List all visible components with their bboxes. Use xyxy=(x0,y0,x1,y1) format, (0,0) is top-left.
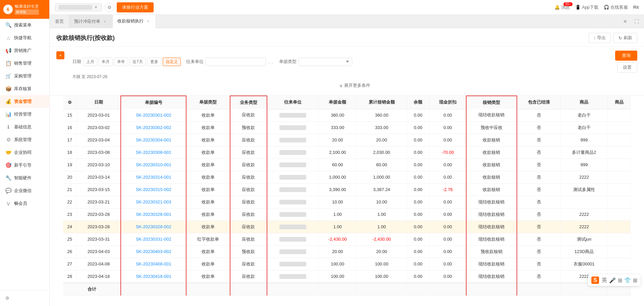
cell-settled: 否 xyxy=(517,109,560,121)
totals-label: 合计 xyxy=(63,283,121,296)
voucher-type-select[interactable] xyxy=(299,58,352,66)
date-this-month-btn[interactable]: 本月 xyxy=(99,58,113,66)
sn-link[interactable]: SK-20230308-001 xyxy=(136,150,171,155)
sidebar-logo: 6 畅康道好生意 标准版 xyxy=(0,0,49,19)
sidebar-item-label: 企业协同 xyxy=(14,149,32,156)
notify-btn[interactable]: 🔔 消息 99+ xyxy=(554,4,570,10)
megaphone-icon: 📢 xyxy=(5,48,11,54)
cell-discount: 0.00 xyxy=(429,245,466,258)
app-download-btn[interactable]: 📱 App下载 xyxy=(575,4,598,10)
cell-discount: 0.00 xyxy=(429,270,466,283)
cell-type: 收款单 xyxy=(186,134,230,146)
sidebar-item-sales[interactable]: 📋 销售管理 xyxy=(0,57,49,70)
tab-maximize-btn[interactable]: ⛶ xyxy=(632,17,641,26)
col-gear[interactable]: ⚙ xyxy=(63,96,76,109)
sidebar-item-purchase[interactable]: 🛒 采购管理 xyxy=(0,70,49,82)
sidebar-item-finance[interactable]: 💰 资金管理 xyxy=(0,95,49,108)
sidebar-item-search[interactable]: 🔍 搜索菜单 xyxy=(0,19,49,32)
filter-settings-btn[interactable]: 设置 xyxy=(617,62,637,73)
cell-sn: SK-20230310-001 xyxy=(121,159,186,171)
workspace-selector[interactable]: ▼ xyxy=(55,3,102,11)
cell-amount: 1.00 xyxy=(319,208,357,221)
cell-company xyxy=(267,134,319,146)
sn-link[interactable]: SK-20230310-001 xyxy=(136,162,171,167)
solution-btn[interactable]: 体验行业方案 xyxy=(117,2,154,12)
online-service-btn[interactable]: 🎧 在线客服 xyxy=(604,4,628,10)
company-input[interactable] xyxy=(206,58,266,66)
col-type-header: 单据类型 xyxy=(186,96,230,109)
totals-discount xyxy=(429,283,466,296)
tab-prepay-close[interactable]: × xyxy=(102,19,108,24)
filter-collapse-btn[interactable]: » xyxy=(56,51,64,59)
cell-amount: 20.00 xyxy=(319,245,357,258)
col-biz-header: 业务类型 xyxy=(230,96,267,109)
cell-saletype: 预收款核销 xyxy=(466,245,517,258)
sn-link[interactable]: SK-20230328-002 xyxy=(136,224,171,229)
cell-date: 2023-03-02 xyxy=(76,121,121,134)
cell-saletype: 现结收款核销 xyxy=(466,258,517,270)
date-more-btn[interactable]: 更多 xyxy=(147,58,161,66)
table-row: 19 2023-03-10 SK-20230310-001 收款单 应收款 60… xyxy=(63,159,631,171)
sidebar-item-system[interactable]: ⚙ 系统管理 xyxy=(0,133,49,146)
cell-no: 25 xyxy=(63,233,76,245)
date-this-year-btn[interactable]: 本年 xyxy=(114,58,128,66)
cell-discount: 0.00 xyxy=(429,159,466,171)
sidebar-item-basic-info[interactable]: ℹ 基础信息 xyxy=(0,121,49,133)
cell-used: 100.00 xyxy=(357,258,407,270)
sn-link[interactable]: SK-20230403-002 xyxy=(136,249,171,254)
sn-link[interactable]: SK-20230315-002 xyxy=(136,187,171,192)
cell-used: 333.00 xyxy=(357,121,407,134)
tab-home[interactable]: 首页 xyxy=(50,15,69,28)
sidebar-item-label: 快捷导航 xyxy=(14,35,32,41)
sn-link[interactable]: SK-20230314-001 xyxy=(136,175,171,180)
cell-goods1: 老白干 xyxy=(560,109,608,121)
cell-saletype: 现结收款核销 xyxy=(466,270,517,283)
filter-expand-btn[interactable]: ∨ 展开更多条件 xyxy=(72,82,637,88)
box-icon: 📦 xyxy=(5,86,11,92)
cell-balance: 0.00 xyxy=(407,270,430,283)
sn-link[interactable]: SK-20230304-001 xyxy=(136,137,171,142)
cell-biz: 应收款 xyxy=(230,109,267,121)
cell-saletype: 收款核销 xyxy=(466,134,517,146)
filter-dots: ... xyxy=(268,59,274,64)
cell-saletype: 现结收款核销 xyxy=(466,221,517,233)
sn-link[interactable]: SK-20230321-003 xyxy=(136,199,171,204)
export-btn[interactable]: ↑ 导出 xyxy=(589,33,611,43)
date-custom-btn[interactable]: 自定义 xyxy=(163,58,181,66)
cell-sn: SK-20230321-003 xyxy=(121,196,186,208)
sn-link[interactable]: SK-20230328-001 xyxy=(136,212,171,217)
date-7days-btn[interactable]: 近7天 xyxy=(129,58,146,66)
sidebar-item-member[interactable]: V 畅会员 xyxy=(0,197,49,210)
cart-icon: 🛒 xyxy=(5,73,11,79)
tab-collection[interactable]: 收款核销执行 × xyxy=(113,15,156,28)
sidebar-item-inventory[interactable]: 📦 库存核算 xyxy=(0,82,49,95)
voucher-type-filter-group: 单据类型 xyxy=(279,58,352,66)
sn-link[interactable]: SK-20230331-002 xyxy=(136,237,171,242)
tab-prepay[interactable]: 预计冲应付单 × xyxy=(69,15,113,28)
sidebar-item-hardware[interactable]: 🔧 智能硬件 xyxy=(0,172,49,184)
sidebar-item-guide[interactable]: 🎯 新手引导 xyxy=(0,159,49,172)
date-buttons: 上月 本月 本年 近7天 更多 自定义 xyxy=(83,58,181,66)
sidebar-item-marketing[interactable]: 📢 营销推广 xyxy=(0,44,49,57)
sidebar-item-wechat[interactable]: 💬 企业微信 xyxy=(0,184,49,197)
sn-link[interactable]: SK-20230408-001 xyxy=(136,261,171,266)
sn-link[interactable]: SK-20230302-002 xyxy=(136,125,171,130)
date-last-month-btn[interactable]: 上月 xyxy=(83,58,97,66)
sidebar-item-collab[interactable]: 🤝 企业协同 xyxy=(0,146,49,159)
tab-collection-close[interactable]: × xyxy=(146,18,151,24)
topbar-settings-btn[interactable]: ⚙ xyxy=(105,3,114,12)
sn-link[interactable]: SK-20230301-002 xyxy=(136,113,171,118)
refresh-btn[interactable]: ↻ 刷新 xyxy=(613,33,637,43)
sidebar-item-operations[interactable]: 📊 经营管理 xyxy=(0,108,49,121)
query-btn[interactable]: 查询 xyxy=(615,51,637,61)
sn-link[interactable]: SK-20230418-001 xyxy=(136,274,171,279)
sidebar-item-quicknav[interactable]: ⌂ 快捷导航 xyxy=(0,32,49,44)
sidebar-settings-btn[interactable]: ⚙ xyxy=(0,293,49,303)
sidebar-item-label: 采购管理 xyxy=(14,73,32,79)
cell-used: -2,430.00 xyxy=(357,233,407,245)
totals-saletype xyxy=(466,283,517,296)
cell-used: 1.00 xyxy=(357,221,407,233)
col-balance-header: 余额 xyxy=(407,96,430,109)
cell-discount: 0.00 xyxy=(429,171,466,183)
tab-close-all-btn[interactable]: ✕ xyxy=(621,17,630,26)
